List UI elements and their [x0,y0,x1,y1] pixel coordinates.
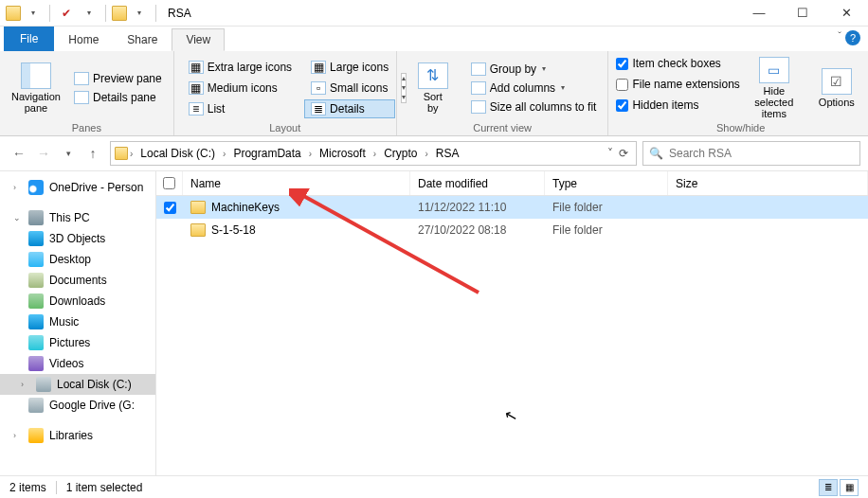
tree-item-label: Music [49,315,79,329]
details-pane-icon [74,91,89,104]
qat-dropdown-2[interactable]: ▾ [79,3,99,24]
title-bar: ▾ ✔ ▾ ▾ RSA — ☐ ✕ [0,0,868,27]
tab-share[interactable]: Share [113,28,172,51]
layout-large[interactable]: ▦Large icons [304,58,395,77]
search-input[interactable] [669,147,854,160]
add-columns-button[interactable]: Add columns▾ [467,80,601,97]
hidden-items-toggle[interactable]: Hidden items [616,97,739,114]
navigation-tree[interactable]: ›OneDrive - Person ⌄This PC 3D Objects D… [0,171,156,475]
options-label: Options [819,97,855,108]
large-icons-view-button[interactable]: ▦ [840,479,859,496]
details-view-button[interactable]: ≣ [819,479,838,496]
column-type[interactable]: Type [545,171,668,195]
navigation-pane-button[interactable]: Navigation pane [8,55,64,120]
qat-properties[interactable]: ✔ [56,3,77,24]
hide-selected-button[interactable]: ▭ Hide selected items [746,55,803,120]
tree-3d-objects[interactable]: 3D Objects [0,228,155,249]
options-icon: ☑ [822,68,852,95]
layout-extra-large[interactable]: ▦Extra large icons [182,58,298,77]
navigation-pane-label: Navigation pane [11,91,61,114]
layout-details[interactable]: ≣Details [304,99,395,118]
item-check-boxes-toggle[interactable]: Item check boxes [616,55,739,72]
maximize-button[interactable]: ☐ [781,0,824,27]
group-layout: ▦Extra large icons ▦Large icons ▦Medium … [174,51,397,135]
tab-file[interactable]: File [4,27,54,51]
ribbon-collapse-icon[interactable]: ˇ [838,30,841,42]
file-name-extensions-checkbox[interactable] [616,79,628,91]
details-pane-button[interactable]: Details pane [70,89,166,106]
file-row-s-1-5-18[interactable]: S-1-5-18 27/10/2022 08:18 File folder [156,219,868,241]
tree-videos[interactable]: Videos [0,353,155,374]
crumb-1[interactable]: ProgramData [227,147,306,160]
crumb-4[interactable]: RSA [430,147,465,160]
layout-medium[interactable]: ▦Medium icons [182,79,298,98]
tree-desktop[interactable]: Desktop [0,249,155,270]
window-controls: — ☐ ✕ [737,0,868,27]
tree-this-pc[interactable]: ⌄This PC [0,207,155,228]
sort-by-button[interactable]: ⇅ Sort by [405,55,461,120]
size-all-columns-button[interactable]: Size all columns to fit [467,98,601,116]
file-list[interactable]: Name Date modified Type Size MachineKeys… [156,171,868,475]
row-type: File folder [545,223,668,237]
column-name[interactable]: Name [183,171,410,195]
chevron-right-icon[interactable]: › [309,149,312,159]
tree-documents[interactable]: Documents [0,270,155,291]
close-button[interactable]: ✕ [824,0,868,27]
chevron-right-icon[interactable]: › [425,149,427,159]
large-icon: ▦ [311,61,326,74]
preview-pane-button[interactable]: Preview pane [70,70,166,87]
file-row-machinekeys[interactable]: MachineKeys 11/12/2022 11:10 File folder [156,196,868,219]
column-type-label: Type [552,177,577,190]
crumb-0[interactable]: Local Disk (C:) [135,147,221,160]
tree-item-label: 3D Objects [49,232,105,245]
up-button[interactable]: ↑ [81,142,104,165]
group-current-view-label: Current view [405,120,601,133]
tree-pictures[interactable]: Pictures [0,332,155,353]
tree-onedrive[interactable]: ›OneDrive - Person [0,177,155,198]
qat-dropdown[interactable]: ▾ [23,3,44,24]
refresh-icon[interactable]: ⟳ [619,147,628,160]
help-icon[interactable]: ? [845,30,860,45]
layout-small[interactable]: ▫Small icons [304,79,395,98]
qat-dropdown-3[interactable]: ▾ [129,3,150,24]
tree-this-pc-label: This PC [49,211,90,224]
tree-libraries[interactable]: ›Libraries [0,425,155,446]
chevron-right-icon[interactable]: › [130,149,133,159]
folder-icon [190,223,206,237]
tree-google-drive[interactable]: Google Drive (G: [0,395,155,416]
search-box[interactable]: 🔍 [642,141,860,166]
address-bar[interactable]: › Local Disk (C:)› ProgramData› Microsof… [110,141,637,166]
crumb-1-label: ProgramData [233,147,300,160]
address-dropdown-icon[interactable]: ˅ [607,147,613,160]
layout-list[interactable]: ≡List [182,99,298,118]
select-all-checkbox[interactable] [163,177,175,189]
desktop-icon [28,252,44,267]
column-size[interactable]: Size [668,171,868,195]
row-checkbox[interactable] [164,202,176,214]
tree-music[interactable]: Music [0,311,155,332]
chevron-right-icon[interactable]: › [223,149,226,159]
group-by-button[interactable]: Group by▾ [467,61,601,78]
back-button[interactable]: ← [8,142,30,165]
minimize-button[interactable]: — [737,0,781,27]
drive-icon [36,377,51,392]
hidden-items-checkbox[interactable] [616,99,628,112]
crumb-2[interactable]: Microsoft [314,147,371,160]
forward-button[interactable]: → [32,142,55,165]
status-selected-count: 1 item selected [66,481,143,494]
videos-icon [28,356,44,371]
options-button[interactable]: ☑ Options [808,55,865,120]
column-date[interactable]: Date modified [410,171,545,195]
recent-locations-button[interactable]: ▾ [57,142,80,165]
tab-home[interactable]: Home [54,28,113,51]
tree-item-label: Documents [49,274,107,287]
column-checkbox[interactable] [156,171,183,195]
chevron-right-icon[interactable]: › [373,149,376,159]
crumb-3[interactable]: Crypto [378,147,423,160]
tree-local-disk[interactable]: ›Local Disk (C:) [0,374,155,395]
layout-large-label: Large icons [330,61,389,74]
item-check-boxes-checkbox[interactable] [616,58,628,70]
tab-view[interactable]: View [172,28,225,51]
tree-downloads[interactable]: Downloads [0,291,155,311]
file-name-extensions-toggle[interactable]: File name extensions [616,76,739,93]
